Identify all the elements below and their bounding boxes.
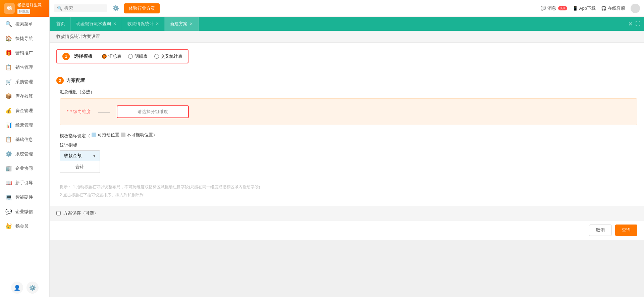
sidebar-item-search-menu[interactable]: 🔍 搜索菜单 xyxy=(0,17,49,31)
sidebar-item-label: 搜索菜单 xyxy=(15,21,33,27)
sidebar-item-label: 系统管理 xyxy=(15,151,33,157)
settings-icon[interactable]: ⚙️ xyxy=(26,282,39,294)
radio-crosstab-input[interactable] xyxy=(154,54,159,59)
tab-bar: 首页 现金银行流水查询 ✕ 收款情况统计 ✕ 新建方案 ✕ ✕ ⛶ xyxy=(50,17,644,31)
metrics-header-label: 模板指标设定（ 可拖动位置 不可拖动位置） xyxy=(60,132,157,139)
step2-title: 方案配置 xyxy=(66,78,85,84)
radio-summary-input[interactable] xyxy=(102,54,107,59)
tab-bank-flow-close-icon[interactable]: ✕ xyxy=(113,21,116,26)
service-item[interactable]: 🎧 在线客服 xyxy=(601,5,625,11)
step1-number: 1 xyxy=(62,53,70,60)
download-label: App下载 xyxy=(579,5,596,11)
metrics-table: 收款金额 ▾ 合计 xyxy=(60,150,100,173)
metrics-total-cell: 合计 xyxy=(60,161,100,172)
service-label: 在线客服 xyxy=(608,5,625,11)
tab-new-plan[interactable]: 新建方案 ✕ xyxy=(165,17,199,31)
cancel-button[interactable]: 取消 xyxy=(589,225,612,236)
cart-icon: 🛒 xyxy=(5,79,12,85)
sidebar-item-operation[interactable]: 📊 经营管理 xyxy=(0,118,49,132)
sidebar-item-system[interactable]: ⚙️ 系统管理 xyxy=(0,147,49,161)
tabs-right-controls: ✕ ⛶ xyxy=(625,17,644,31)
home-icon: 🏠 xyxy=(5,35,12,42)
logo-icon: 畅 xyxy=(4,3,15,14)
step2-header: 2 方案配置 xyxy=(56,77,637,84)
non-draggable-label: 不可拖动位置） xyxy=(127,132,157,138)
query-button[interactable]: 查询 xyxy=(615,225,637,236)
metrics-column-header[interactable]: 收款金额 ▾ xyxy=(60,151,100,161)
search-menu-icon: 🔍 xyxy=(5,21,12,27)
tab-new-plan-close-icon[interactable]: ✕ xyxy=(190,21,193,26)
sidebar-item-wechat[interactable]: 💬 企业微信 xyxy=(0,204,49,219)
package-icon: 📦 xyxy=(5,93,12,99)
radio-detail-input[interactable] xyxy=(128,54,133,59)
step1-label: 选择模板 xyxy=(74,53,93,59)
search-icon: 🔍 xyxy=(57,6,62,11)
tab-close-all-icon[interactable]: ✕ xyxy=(628,21,633,27)
tab-home[interactable]: 首页 xyxy=(50,17,71,31)
topbar: 🔍 ⚙️ 体验行业方案 💬 消息 99+ 📱 App下载 🎧 在线客服 xyxy=(50,0,644,17)
sidebar-item-quick-nav[interactable]: 🏠 快捷导航 xyxy=(0,31,49,46)
sidebar-item-basic-info[interactable]: 📋 基础信息 xyxy=(0,132,49,147)
config-area: 汇总维度（必选） * * 纵向维度 —— 请选择分组维度 xyxy=(56,89,637,199)
download-item[interactable]: 📱 App下载 xyxy=(573,5,596,11)
sidebar-item-hardware[interactable]: 💻 智能硬件 xyxy=(0,190,49,204)
sidebar-item-label: 资金管理 xyxy=(15,108,33,114)
sidebar-item-enterprise[interactable]: 🏢 企业协同 xyxy=(0,161,49,176)
metrics-header-row: 模板指标设定（ 可拖动位置 不可拖动位置） xyxy=(60,132,637,139)
page-body: 1 选择模板 汇总表 明细表 交叉统计表 xyxy=(50,43,644,206)
metrics-section: 模板指标设定（ 可拖动位置 不可拖动位置） 统计指标 xyxy=(60,132,637,173)
sidebar-item-label: 畅会员 xyxy=(15,223,29,229)
save-checkbox[interactable] xyxy=(56,211,61,215)
user-icon[interactable]: 👤 xyxy=(11,282,23,294)
dimension-arrow: —— xyxy=(98,108,110,115)
radio-crosstab[interactable]: 交叉统计表 xyxy=(154,53,182,59)
tab-receipt-stat-label: 收款情况统计 xyxy=(127,21,154,27)
message-badge: 99+ xyxy=(558,6,567,10)
sidebar-item-guide[interactable]: 📖 新手引导 xyxy=(0,176,49,190)
radio-summary[interactable]: 汇总表 xyxy=(102,53,121,59)
sidebar-item-label: 采购管理 xyxy=(15,79,33,85)
config-subtitle: 汇总维度（必选） xyxy=(60,89,637,95)
sidebar-item-purchase[interactable]: 🛒 采购管理 xyxy=(0,75,49,89)
sidebar-item-sales[interactable]: 📋 销售管理 xyxy=(0,60,49,75)
tip-1: 提示： 1.拖动标题栏可以调整布局，不可跨维度或指标区域拖动栏目字段(只能在同一… xyxy=(60,183,637,191)
dimension-select-button[interactable]: 请选择分组维度 xyxy=(117,105,189,118)
radio-crosstab-label: 交叉统计表 xyxy=(161,53,182,59)
metrics-dropdown-icon[interactable]: ▾ xyxy=(93,153,96,158)
main-area: 🔍 ⚙️ 体验行业方案 💬 消息 99+ 📱 App下载 🎧 在线客服 首页 xyxy=(50,0,644,297)
tab-expand-icon[interactable]: ⛶ xyxy=(635,21,641,27)
sidebar-item-marketing[interactable]: 🎁 营销推广 xyxy=(0,46,49,60)
gear-icon: ⚙️ xyxy=(5,151,12,157)
topbar-right: 💬 消息 99+ 📱 App下载 🎧 在线客服 xyxy=(541,4,640,13)
tips-section: 提示： 1.拖动标题栏可以调整布局，不可跨维度或指标区域拖动栏目字段(只能在同一… xyxy=(60,183,637,199)
sidebar-logo: 畅 畅捷通好生意 标准版 xyxy=(0,0,49,17)
step2-container: 2 方案配置 汇总维度（必选） * * 纵向维度 —— 请选择分组维度 xyxy=(56,77,637,199)
sidebar-item-finance[interactable]: 💰 资金管理 xyxy=(0,103,49,118)
sidebar-item-member[interactable]: 👑 畅会员 xyxy=(0,219,49,233)
step1-container: 1 选择模板 汇总表 明细表 交叉统计表 xyxy=(56,49,637,70)
message-item[interactable]: 💬 消息 99+ xyxy=(541,5,567,11)
search-box[interactable]: 🔍 xyxy=(54,4,107,12)
sidebar-item-inventory[interactable]: 📦 库存核算 xyxy=(0,89,49,103)
sidebar-item-label: 智能硬件 xyxy=(15,194,33,200)
search-input[interactable] xyxy=(64,6,104,11)
trial-button[interactable]: 体验行业方案 xyxy=(124,3,160,13)
enterprise-icon: 🏢 xyxy=(5,165,12,171)
metrics-label-row: 统计指标 xyxy=(60,142,637,148)
message-icon: 💬 xyxy=(541,6,546,11)
radio-detail-label: 明细表 xyxy=(135,53,148,59)
money-icon: 💰 xyxy=(5,107,12,114)
info-icon: 📋 xyxy=(5,136,12,143)
user-avatar[interactable] xyxy=(631,4,640,13)
settings-gear-icon[interactable]: ⚙️ xyxy=(111,3,121,13)
metrics-column-name: 收款金额 xyxy=(64,153,82,159)
sidebar: 畅 畅捷通好生意 标准版 🔍 搜索菜单 🏠 快捷导航 🎁 营销推广 📋 销售管理… xyxy=(0,0,50,297)
sidebar-item-label: 营销推广 xyxy=(15,50,33,56)
save-label: 方案保存（可选） xyxy=(63,210,98,216)
sidebar-item-label: 经营管理 xyxy=(15,122,33,128)
tab-bank-flow[interactable]: 现金银行流水查询 ✕ xyxy=(71,17,122,31)
tab-receipt-stat-close-icon[interactable]: ✕ xyxy=(156,21,159,26)
logo-text: 畅捷通好生意 xyxy=(17,3,42,8)
radio-detail[interactable]: 明细表 xyxy=(128,53,148,59)
tab-receipt-stat[interactable]: 收款情况统计 ✕ xyxy=(122,17,165,31)
